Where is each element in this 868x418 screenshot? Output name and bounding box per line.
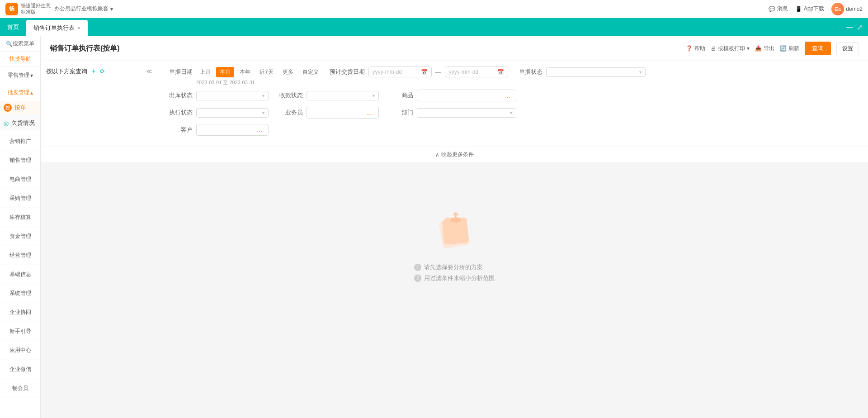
goods-label: 商品 bbox=[386, 91, 413, 100]
breadcrumb-text: 办公用品行业模拟账套 bbox=[54, 5, 108, 13]
sidebar-item-purchase[interactable]: 采购管理 bbox=[0, 189, 40, 208]
sidebar-item-retail[interactable]: 零售管理 ▾ bbox=[0, 67, 40, 84]
filter-field-goods: 商品 … bbox=[386, 90, 516, 101]
print-icon: 🖨 bbox=[711, 45, 716, 52]
filter-field-out-status: 出库状态 ▾ bbox=[165, 91, 269, 100]
calendar-end-icon: 📅 bbox=[497, 69, 504, 75]
sidebar-item-wholesale-arrow: ▴ bbox=[30, 90, 33, 96]
date-tab-7days[interactable]: 近7天 bbox=[256, 67, 277, 77]
recv-status-select[interactable]: ▾ bbox=[307, 91, 379, 100]
username: demo2 bbox=[846, 6, 863, 12]
main-layout: 🔍 搜索菜单 快捷导航 零售管理 ▾ 批发管理 ▴ 按 按单 ◎ bbox=[0, 36, 868, 418]
query-button[interactable]: 查询 bbox=[805, 42, 831, 55]
filter-add-icon[interactable]: ＋ bbox=[90, 66, 97, 76]
refresh-button[interactable]: 🔄 刷新 bbox=[780, 45, 799, 52]
sidebar-item-basics[interactable]: 基础信息 bbox=[0, 265, 40, 284]
goods-ellipsis-icon[interactable]: … bbox=[502, 92, 512, 99]
sidebar-item-retail-arrow: ▾ bbox=[30, 72, 33, 79]
sidebar-sub-wholesale: 按 按单 ◎ 欠货情况 bbox=[0, 101, 40, 130]
goods-input[interactable]: … bbox=[417, 90, 516, 101]
out-status-select[interactable]: ▾ bbox=[196, 91, 269, 100]
message-button[interactable]: 💬 消息 bbox=[769, 5, 788, 13]
filter-left-header: 按以下方案查询 ＋ ⟳ ≪ bbox=[46, 66, 152, 76]
filter-panel: 按以下方案查询 ＋ ⟳ ≪ 单据日期 上月 本月 bbox=[41, 61, 868, 147]
sidebar-item-finance[interactable]: 资金管理 bbox=[0, 227, 40, 246]
expected-date-end[interactable]: yyyy-mm-dd 📅 bbox=[445, 66, 508, 77]
help-button[interactable]: ❓ 帮助 bbox=[686, 45, 705, 52]
sidebar-sub-item-shortage[interactable]: ◎ 欠货情况 bbox=[0, 116, 40, 130]
collapse-more-button[interactable]: ∧ 收起更多条件 bbox=[41, 147, 868, 162]
settings-button[interactable]: 设置 bbox=[836, 42, 859, 55]
expected-date-end-placeholder: yyyy-mm-dd bbox=[449, 69, 478, 75]
filter-field-exec-status: 执行状态 ▾ bbox=[165, 108, 269, 118]
help-icon: ❓ bbox=[686, 45, 693, 52]
sidebar-search[interactable]: 🔍 搜索菜单 bbox=[0, 36, 40, 52]
tab-sales-exec[interactable]: 销售订单执行表 × bbox=[26, 20, 88, 36]
exec-status-select[interactable]: ▾ bbox=[196, 108, 269, 118]
dept-select[interactable]: ▾ bbox=[417, 108, 516, 118]
date-tab-custom[interactable]: 自定义 bbox=[299, 67, 322, 77]
expected-date-start[interactable]: yyyy-mm-dd 📅 bbox=[368, 66, 432, 77]
app-download-button[interactable]: 📱 App下载 bbox=[795, 5, 824, 13]
sidebar-item-ecommerce[interactable]: 电商管理 bbox=[0, 170, 40, 189]
breadcrumb[interactable]: 办公用品行业模拟账套 ▾ bbox=[54, 5, 113, 13]
search-icon: 🔍 bbox=[6, 41, 13, 47]
salesperson-label: 业务员 bbox=[276, 109, 303, 117]
date-tab-thismonth[interactable]: 本月 bbox=[216, 67, 234, 77]
svg-marker-5 bbox=[452, 212, 459, 215]
sidebar-item-operations[interactable]: 经营管理 bbox=[0, 246, 40, 265]
print-button[interactable]: 🖨 按模板打印 ▾ bbox=[711, 45, 750, 52]
sidebar-sub-item-order[interactable]: 按 按单 bbox=[0, 101, 40, 114]
customer-ellipsis-icon[interactable]: … bbox=[255, 126, 264, 133]
date-tab-more[interactable]: 更多 bbox=[279, 67, 297, 77]
page-header: 销售订单执行表(按单) ❓ 帮助 🖨 按模板打印 ▾ 📤 导出 🔄 刷新 bbox=[41, 36, 868, 61]
svg-point-3 bbox=[450, 217, 461, 223]
sub-order-label: 按单 bbox=[14, 104, 26, 112]
filter-field-customer: 客户 … bbox=[165, 124, 269, 136]
page-title: 销售订单执行表(按单) bbox=[50, 44, 120, 53]
sub-shortage-icon: ◎ bbox=[4, 120, 9, 127]
date-tab-lastmonth[interactable]: 上月 bbox=[196, 67, 214, 77]
filter-row-3: 执行状态 ▾ 业务员 … bbox=[165, 107, 861, 119]
salesperson-ellipsis-icon[interactable]: … bbox=[365, 109, 375, 116]
tab-close-icon[interactable]: × bbox=[77, 25, 80, 31]
doc-status-select[interactable]: ▾ bbox=[546, 67, 646, 77]
content-area: 销售订单执行表(按单) ❓ 帮助 🖨 按模板打印 ▾ 📤 导出 🔄 刷新 bbox=[41, 36, 868, 418]
filter-collapse-icon[interactable]: ≪ bbox=[146, 68, 152, 75]
sidebar-item-marketing[interactable]: 营销推广 bbox=[0, 132, 40, 151]
sidebar-item-app[interactable]: 应用中心 bbox=[0, 341, 40, 360]
top-bar-right: 💬 消息 📱 App下载 Ea demo2 bbox=[769, 3, 863, 15]
expected-date-label: 预计交货日期 bbox=[330, 68, 365, 76]
export-button[interactable]: 📤 导出 bbox=[755, 45, 774, 52]
filter-refresh-icon[interactable]: ⟳ bbox=[100, 68, 105, 75]
customer-input[interactable]: … bbox=[196, 124, 269, 136]
sidebar-item-sales[interactable]: 销售管理 bbox=[0, 151, 40, 170]
filter-row-1: 单据日期 上月 本月 本年 近7天 更多 自定义 预计交货日期 bbox=[165, 66, 861, 77]
user-area[interactable]: Ea demo2 bbox=[831, 3, 863, 15]
nav-tabs: 首页 销售订单执行表 × — ⤢ bbox=[0, 18, 868, 36]
sub-shortage-label: 欠货情况 bbox=[11, 119, 35, 127]
filter-field-recv-status: 收款状态 ▾ bbox=[276, 91, 379, 100]
dept-arrow-icon: ▾ bbox=[510, 110, 512, 115]
empty-svg bbox=[427, 202, 481, 256]
sidebar-item-enterprise[interactable]: 企业协同 bbox=[0, 303, 40, 322]
sidebar-quick-nav[interactable]: 快捷导航 bbox=[0, 52, 40, 67]
refresh-icon: 🔄 bbox=[780, 45, 787, 52]
sidebar-item-guide[interactable]: 新手引导 bbox=[0, 322, 40, 341]
filter-left-title: 按以下方案查询 bbox=[46, 67, 87, 76]
date-tabs: 上月 本月 本年 近7天 更多 自定义 bbox=[196, 67, 322, 77]
sidebar-item-wholesale[interactable]: 批发管理 ▴ bbox=[0, 84, 40, 101]
sidebar-item-weixin[interactable]: 企业微信 bbox=[0, 360, 40, 379]
sidebar-group-wholesale: 批发管理 ▴ 按 按单 ◎ 欠货情况 bbox=[0, 84, 40, 132]
sidebar-item-member[interactable]: 畅会员 bbox=[0, 379, 40, 398]
tab-maximize-icon[interactable]: ⤢ bbox=[857, 23, 863, 32]
salesperson-input[interactable]: … bbox=[307, 107, 379, 119]
tab-collapse-icon[interactable]: — bbox=[846, 23, 853, 31]
sidebar-item-system[interactable]: 系统管理 bbox=[0, 284, 40, 303]
date-tab-thisyear[interactable]: 本年 bbox=[236, 67, 254, 77]
export-label: 导出 bbox=[764, 45, 774, 52]
filter-field-dept: 部门 ▾ bbox=[386, 108, 516, 118]
refresh-label: 刷新 bbox=[788, 45, 799, 52]
tab-home[interactable]: 首页 bbox=[0, 18, 26, 36]
sidebar-item-inventory[interactable]: 库存核算 bbox=[0, 208, 40, 227]
